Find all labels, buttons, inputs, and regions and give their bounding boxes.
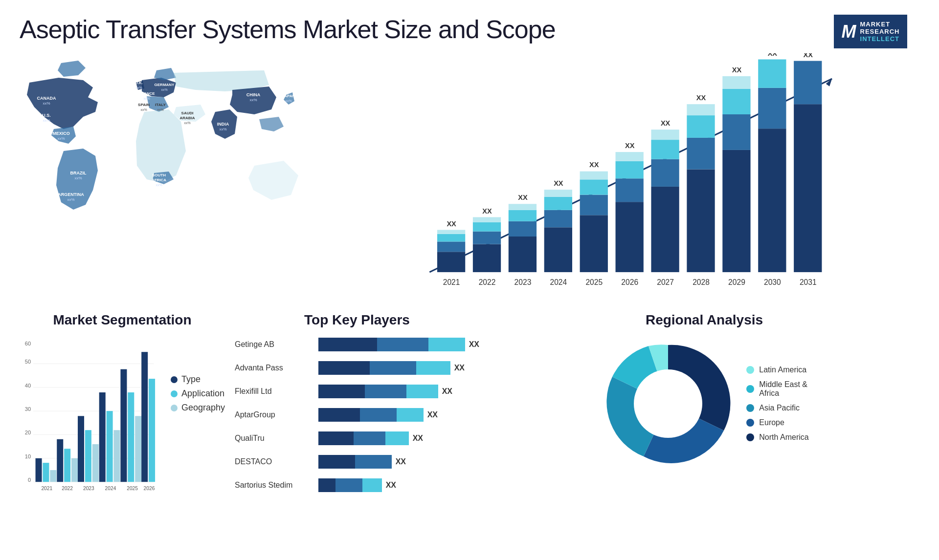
geography-dot (171, 405, 178, 411)
svg-text:xx%: xx% (135, 86, 142, 89)
bar-2-seg3 (406, 385, 438, 398)
regional-title: Regional Analysis (489, 312, 919, 328)
bar-row-4: XX (318, 429, 479, 448)
svg-text:2025: 2025 (127, 486, 138, 491)
bar-6-seg2 (335, 478, 362, 492)
bar-6-value: XX (386, 481, 396, 490)
svg-text:CHINA: CHINA (246, 92, 261, 97)
svg-text:2031: 2031 (800, 278, 817, 286)
svg-rect-62 (616, 152, 644, 161)
segmentation-section: Market Segmentation 0 10 20 30 40 50 60 (20, 312, 225, 560)
svg-rect-35 (437, 241, 465, 252)
legend-europe: Europe (746, 418, 808, 427)
svg-rect-72 (687, 104, 715, 115)
key-players-section: Top Key Players Getinge AB Advanta Pass … (235, 312, 479, 560)
seg-legend: Type Application Geography (171, 374, 225, 413)
svg-rect-40 (473, 232, 501, 244)
svg-text:SOUTH: SOUTH (152, 173, 166, 177)
svg-rect-59 (616, 202, 644, 272)
svg-text:2026: 2026 (144, 486, 155, 491)
svg-text:SPAIN: SPAIN (138, 103, 150, 107)
bar-6-seg3 (362, 478, 382, 492)
svg-text:10: 10 (25, 453, 31, 459)
svg-text:2021: 2021 (41, 486, 52, 491)
svg-rect-120 (85, 430, 91, 482)
bottom-row: Market Segmentation 0 10 20 30 40 50 60 (0, 307, 939, 560)
bar-3-seg3 (397, 408, 424, 422)
svg-rect-125 (113, 430, 120, 482)
svg-text:60: 60 (25, 341, 31, 346)
svg-text:2030: 2030 (764, 278, 781, 286)
svg-text:XX: XX (661, 119, 671, 127)
logo-line3: INTELLECT (860, 35, 900, 43)
map-section: CANADA xx% U.S. xx% MEXICO xx% BRAZIL xx… (20, 53, 337, 298)
svg-text:xx%: xx% (249, 98, 257, 102)
svg-text:2026: 2026 (621, 278, 638, 286)
svg-text:40: 40 (25, 383, 31, 388)
player-qualitru: QualiTru (235, 429, 309, 448)
svg-rect-112 (43, 463, 49, 482)
svg-rect-84 (794, 104, 822, 272)
svg-text:BRAZIL: BRAZIL (70, 171, 87, 175)
svg-rect-55 (580, 195, 608, 215)
bar-row-5: XX (318, 452, 479, 471)
bar-row-3: XX (318, 406, 479, 424)
bar-0 (318, 338, 465, 351)
svg-rect-85 (794, 61, 822, 105)
north-america-label: North America (759, 433, 808, 442)
player-aptar: AptarGroup (235, 406, 309, 424)
top-content: CANADA xx% U.S. xx% MEXICO xx% BRAZIL xx… (0, 53, 939, 307)
svg-text:XX: XX (554, 179, 563, 187)
bar-row-2: XX (318, 382, 479, 401)
bar-3-seg1 (318, 408, 360, 422)
geography-label: Geography (181, 403, 225, 413)
player-sartorius: Sartorius Stedim (235, 476, 309, 495)
svg-rect-128 (128, 392, 134, 482)
bar-1 (318, 361, 450, 375)
bar-1-value: XX (454, 364, 465, 372)
svg-text:U.S.: U.S. (42, 113, 51, 118)
regional-container: Latin America Middle East &Africa Asia P… (489, 335, 919, 472)
svg-text:xx%: xx% (161, 88, 167, 91)
player-destaco: DESTACO (235, 452, 309, 471)
bar-5-seg1 (318, 455, 355, 469)
svg-rect-65 (651, 159, 679, 187)
svg-text:xx%: xx% (157, 108, 163, 111)
svg-rect-113 (50, 470, 56, 482)
svg-rect-66 (651, 140, 679, 159)
svg-rect-51 (544, 197, 572, 210)
svg-rect-61 (616, 161, 644, 178)
svg-text:AFRICA: AFRICA (152, 178, 166, 182)
bar-5 (318, 455, 392, 469)
svg-text:2024: 2024 (550, 278, 567, 286)
svg-text:xx%: xx% (43, 118, 50, 123)
svg-rect-39 (473, 244, 501, 272)
legend-middle-east: Middle East &Africa (746, 380, 808, 398)
svg-rect-47 (509, 204, 537, 210)
svg-rect-80 (758, 88, 786, 129)
svg-rect-76 (722, 89, 750, 114)
bar-2 (318, 385, 438, 398)
svg-text:2021: 2021 (443, 278, 460, 286)
svg-rect-34 (437, 252, 465, 272)
svg-text:2022: 2022 (62, 486, 73, 491)
svg-text:2023: 2023 (83, 486, 94, 491)
svg-text:2023: 2023 (514, 278, 532, 286)
svg-text:XX: XX (768, 53, 778, 57)
svg-text:xx%: xx% (74, 176, 82, 180)
asia-pacific-label: Asia Pacific (759, 404, 800, 412)
bar-2-value: XX (442, 387, 452, 396)
bar-1-seg1 (318, 361, 370, 375)
svg-rect-36 (437, 234, 465, 242)
svg-rect-41 (473, 222, 501, 232)
segmentation-chart-svg: 0 10 20 30 40 50 60 2021 (20, 335, 156, 501)
svg-text:2025: 2025 (585, 278, 603, 286)
bar-6 (318, 478, 382, 492)
segmentation-title: Market Segmentation (20, 312, 225, 328)
svg-rect-77 (722, 76, 750, 89)
svg-rect-127 (120, 369, 127, 482)
svg-rect-57 (580, 172, 608, 180)
svg-rect-46 (509, 210, 537, 221)
svg-rect-111 (36, 458, 42, 482)
svg-rect-56 (580, 179, 608, 194)
